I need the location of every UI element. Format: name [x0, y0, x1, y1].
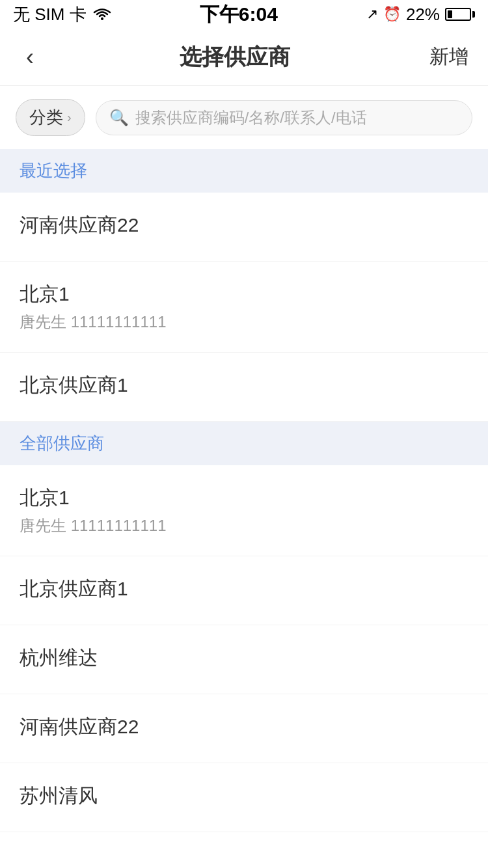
- search-icon: 🔍: [109, 109, 129, 127]
- search-placeholder: 搜索供应商编码/名称/联系人/电话: [135, 107, 367, 128]
- alarm-icon: ⏰: [383, 6, 401, 23]
- status-time: 下午6:04: [200, 1, 278, 28]
- status-right: ↗ ⏰ 22%: [366, 5, 475, 25]
- list-item[interactable]: 苏州清风: [0, 763, 488, 832]
- list-item[interactable]: 河南供应商22: [0, 193, 488, 262]
- battery-percent: 22%: [406, 5, 440, 25]
- status-left: 无 SIM 卡: [13, 3, 111, 26]
- list-item[interactable]: 北京供应商1: [0, 556, 488, 625]
- category-filter-button[interactable]: 分类 ›: [16, 99, 85, 136]
- page-title: 选择供应商: [180, 42, 290, 72]
- all-items-list: 北京1 唐先生 11111111111 北京供应商1 杭州维达 河南供应商22 …: [0, 465, 488, 832]
- list-item[interactable]: 河南供应商22: [0, 694, 488, 763]
- svg-point-0: [101, 18, 103, 20]
- battery-icon: [445, 8, 475, 21]
- list-item[interactable]: 北京供应商1: [0, 353, 488, 422]
- item-sub: 唐先生 11111111111: [20, 515, 468, 536]
- item-name: 北京1: [20, 485, 468, 511]
- item-name: 北京供应商1: [20, 372, 468, 399]
- filter-bar: 分类 › 🔍 搜索供应商编码/名称/联系人/电话: [0, 86, 488, 149]
- item-name: 北京供应商1: [20, 576, 468, 603]
- item-name: 北京1: [20, 281, 468, 308]
- location-icon: ↗: [366, 6, 378, 23]
- status-bar: 无 SIM 卡 下午6:04 ↗ ⏰ 22%: [0, 0, 488, 29]
- all-section-header: 全部供应商: [0, 422, 488, 465]
- search-box[interactable]: 🔍 搜索供应商编码/名称/联系人/电话: [96, 100, 472, 135]
- nav-bar: ‹ 选择供应商 新增: [0, 29, 488, 86]
- item-name: 河南供应商22: [20, 212, 468, 239]
- wifi-icon: [93, 8, 111, 21]
- category-label: 分类: [29, 106, 63, 129]
- list-item[interactable]: 北京1 唐先生 11111111111: [0, 262, 488, 353]
- item-name: 河南供应商22: [20, 714, 468, 740]
- item-sub: 唐先生 11111111111: [20, 312, 468, 332]
- sim-status: 无 SIM 卡: [13, 3, 87, 26]
- item-name: 杭州维达: [20, 645, 468, 671]
- chevron-right-icon: ›: [67, 110, 72, 125]
- back-button[interactable]: ‹: [20, 37, 40, 77]
- recent-section-header: 最近选择: [0, 149, 488, 193]
- item-name: 苏州清风: [20, 783, 468, 809]
- list-item[interactable]: 北京1 唐先生 11111111111: [0, 465, 488, 556]
- add-button[interactable]: 新增: [429, 44, 468, 70]
- list-item[interactable]: 杭州维达: [0, 625, 488, 694]
- recent-items-list: 河南供应商22 北京1 唐先生 11111111111 北京供应商1: [0, 193, 488, 422]
